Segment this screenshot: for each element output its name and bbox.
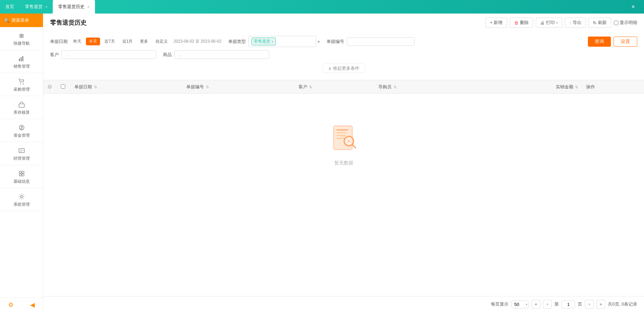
date-sort-icon[interactable]: ⇅: [94, 85, 97, 89]
settings-button[interactable]: 设置: [614, 37, 637, 47]
add-button[interactable]: + 新增: [485, 18, 507, 28]
settings-bottom-icon[interactable]: ⚙: [8, 301, 14, 309]
svg-point-4: [23, 84, 24, 85]
svg-rect-0: [19, 59, 20, 61]
inventory-icon: [18, 101, 25, 108]
grid-icon: ⊞: [18, 32, 25, 39]
customer-sort-icon[interactable]: ⇅: [309, 85, 312, 89]
delete-button[interactable]: 🗑 删除: [510, 18, 533, 28]
sidebar-item-finance[interactable]: 资金管理: [0, 119, 43, 142]
print-chevron-icon: ▾: [556, 21, 558, 25]
date-btn-1month[interactable]: 近1月: [119, 38, 136, 45]
table-th-settings: ⚙: [43, 80, 57, 94]
tab-retail-return-history[interactable]: 零售退货历史 ×: [53, 0, 95, 14]
sidebar-item-quick-nav[interactable]: ⊞ 快捷导航: [0, 27, 43, 50]
operations-icon: [18, 147, 25, 154]
doc-type-chevron-icon[interactable]: ▾: [317, 39, 320, 44]
page-number-input[interactable]: [562, 300, 575, 308]
prev-page-button[interactable]: ‹: [543, 300, 552, 309]
empty-state-icon: [327, 121, 361, 155]
system-icon: [18, 193, 25, 200]
table-th-customer: 客户 ⇅: [294, 80, 374, 94]
tab-home[interactable]: 首页: [0, 0, 20, 14]
tab-list: 首页 零售退货 × 零售退货历史 ×: [0, 0, 628, 14]
customer-filter-group: 客户 ...: [50, 50, 156, 59]
show-detail-checkbox[interactable]: 显示明细: [614, 20, 637, 26]
date-btn-custom[interactable]: 自定义: [152, 38, 171, 45]
date-btn-today[interactable]: 今天: [86, 38, 100, 45]
svg-rect-5: [19, 104, 24, 107]
doc-type-tag-close[interactable]: ×: [271, 40, 273, 44]
print-icon: 🖨: [540, 20, 545, 25]
sidebar-item-sales[interactable]: 销售管理: [0, 50, 43, 73]
svg-rect-11: [22, 174, 24, 176]
finance-icon: [18, 124, 25, 131]
collapse-icon: ∧: [328, 66, 332, 71]
goods-ellipsis: ...: [178, 52, 182, 57]
customer-input[interactable]: ...: [62, 50, 156, 59]
table-th-amount: 实销金额 ⇅: [470, 80, 582, 94]
select-all-checkbox[interactable]: [61, 84, 65, 89]
svg-rect-10: [19, 174, 21, 176]
sidebar-item-operations[interactable]: 经营管理: [0, 142, 43, 165]
filter-row-1: 单据日期 昨天 今天 近7天 近1月 更多 自定义 2023-06-02 至 2…: [50, 36, 637, 47]
pagination-bar: 每页显示 50 10 20 100 ▾ « ‹ 第 页 › » 共0页, 0条记…: [43, 296, 644, 312]
date-btn-7days[interactable]: 近7天: [101, 38, 118, 45]
guide-sort-icon[interactable]: ⇅: [393, 85, 397, 89]
doc-no-input[interactable]: [347, 37, 414, 46]
tab-retail-return-history-close[interactable]: ×: [87, 5, 89, 9]
next-page-button[interactable]: ›: [585, 300, 594, 309]
query-button[interactable]: 查询: [588, 37, 611, 47]
print-button[interactable]: 🖨 打印 ▾: [536, 18, 562, 28]
svg-rect-2: [22, 56, 23, 61]
customer-ellipsis: ...: [65, 52, 69, 57]
table-settings-icon[interactable]: ⚙: [47, 84, 52, 90]
empty-text: 暂无数据: [334, 160, 353, 166]
top-bar: 首页 零售退货 × 零售退货历史 × ×: [0, 0, 644, 14]
export-icon: ↑: [569, 20, 572, 25]
sidebar: 🔍 搜索菜单 ⊞ 快捷导航 销售管理: [0, 14, 43, 312]
sidebar-item-purchase[interactable]: 采购管理: [0, 73, 43, 96]
refresh-button[interactable]: ↻ 刷新: [589, 18, 611, 28]
window-close-button[interactable]: ×: [628, 1, 639, 12]
per-page-select-wrapper: 50 10 20 100 ▾: [511, 300, 529, 308]
refresh-icon: ↻: [593, 20, 597, 25]
date-btn-yesterday[interactable]: 昨天: [70, 38, 85, 45]
doc-no-label: 单据编号: [327, 39, 344, 45]
sales-icon: [18, 55, 25, 62]
delete-icon: 🗑: [514, 20, 519, 25]
last-page-button[interactable]: »: [596, 300, 605, 309]
date-btn-more[interactable]: 更多: [137, 38, 151, 45]
table-th-guide: 导购员 ⇅: [374, 80, 470, 94]
doc-type-select[interactable]: 零售退货 ×: [248, 36, 316, 47]
svg-point-3: [20, 84, 21, 85]
tab-retail-return-close[interactable]: ×: [45, 5, 47, 9]
collapse-sidebar-icon[interactable]: ◀: [30, 301, 35, 309]
goods-input[interactable]: ...: [174, 50, 269, 59]
first-page-button[interactable]: «: [531, 300, 540, 309]
goods-filter-group: 商品 ...: [163, 50, 269, 59]
doc-no-filter-group: 单据编号: [327, 37, 414, 46]
show-detail-check[interactable]: [614, 21, 618, 25]
sidebar-item-system[interactable]: 系统管理: [0, 188, 43, 211]
content-area: 零售退货历史 + 新增 🗑 删除 🖨 打印 ▾ ↑: [43, 14, 644, 312]
sidebar-search[interactable]: 🔍 搜索菜单: [0, 14, 43, 27]
table-header: ⚙ 单据日期 ⇅ 单据编号 ⇅: [43, 80, 644, 94]
page-header: 零售退货历史 + 新增 🗑 删除 🖨 打印 ▾ ↑: [43, 14, 644, 80]
per-page-select[interactable]: 50 10 20 100: [511, 300, 529, 308]
svg-rect-16: [336, 135, 346, 136]
collapse-filters-button[interactable]: ∧ 收起更多条件: [323, 64, 365, 73]
docno-sort-icon[interactable]: ⇅: [206, 85, 209, 89]
amount-sort-icon[interactable]: ⇅: [575, 85, 578, 89]
per-page-label: 每页显示: [491, 301, 508, 307]
export-button[interactable]: ↑ 导出: [565, 18, 586, 28]
table-th-action: 操作: [582, 80, 644, 94]
top-bar-right: ×: [628, 1, 644, 12]
table-th-date: 单据日期 ⇅: [70, 80, 182, 94]
tab-retail-return[interactable]: 零售退货 ×: [20, 0, 53, 14]
sidebar-item-basics[interactable]: 基础信息: [0, 165, 43, 188]
table-wrapper: ⚙ 单据日期 ⇅ 单据编号 ⇅: [43, 80, 644, 296]
goods-label: 商品: [163, 52, 172, 58]
sidebar-item-inventory[interactable]: 库存核算: [0, 96, 43, 119]
empty-state: 暂无数据: [43, 94, 644, 193]
